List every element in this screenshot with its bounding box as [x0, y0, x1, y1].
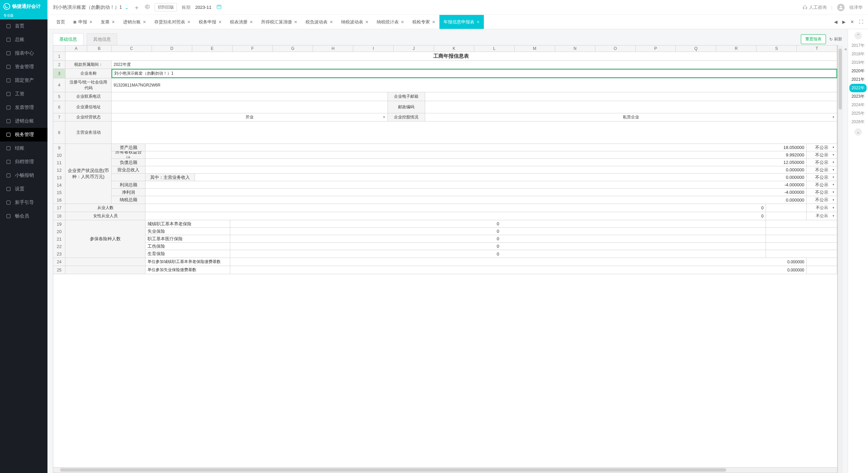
tab-close-all-icon[interactable]: ✕ — [850, 19, 854, 24]
tab-close-icon[interactable]: ✕ — [401, 20, 404, 24]
tab-申报[interactable]: ▦申报✕ — [69, 15, 97, 29]
row-header[interactable]: 11 — [53, 159, 65, 166]
year-2026年[interactable]: 2026年 — [849, 118, 867, 126]
value-cell[interactable]: -4.000000 — [145, 181, 807, 188]
add-icon[interactable]: ＋ — [134, 3, 140, 12]
nav-guide[interactable]: 新手引导 — [0, 196, 47, 209]
publish-select[interactable]: 不公示 — [807, 166, 837, 173]
avatar[interactable] — [837, 4, 845, 11]
row-header[interactable]: 24 — [53, 258, 65, 266]
row-header[interactable]: 8 — [53, 121, 65, 144]
row-header[interactable]: 7 — [53, 113, 65, 121]
tab-纳税统计表[interactable]: 纳税统计表✕ — [373, 15, 408, 29]
tab-close-icon[interactable]: ✕ — [365, 20, 369, 24]
nav-archive[interactable]: 归档管理 — [0, 155, 47, 169]
spreadsheet[interactable]: ABCDEFGHIJKLMNOPQRST 1工商年报信息表2税款所属期间：202… — [53, 45, 837, 473]
tab-close-icon[interactable]: ✕ — [187, 20, 191, 24]
nav-settings[interactable]: 设置 — [0, 182, 47, 196]
tab-税检专家[interactable]: 税检专家✕ — [408, 15, 439, 29]
row-header[interactable]: 13 — [53, 174, 65, 181]
tab-税负波动表[interactable]: 税负波动表✕ — [301, 15, 337, 29]
col-header[interactable]: F — [233, 45, 273, 52]
panel-collapse-icon[interactable]: ◀ — [844, 47, 847, 51]
row-header[interactable]: 18 — [53, 212, 65, 220]
value-cell[interactable]: 12.050000 — [145, 159, 807, 166]
value-cell[interactable]: 0.000000 — [145, 196, 807, 204]
row-header[interactable]: 6 — [53, 101, 65, 113]
gear-icon[interactable] — [144, 4, 150, 11]
col-header[interactable]: R — [716, 45, 756, 52]
tab-年报信息申报表[interactable]: 年报信息申报表✕ — [439, 15, 484, 29]
holding-select[interactable]: 私营企业 — [425, 113, 837, 121]
tab-所得税汇算清缴[interactable]: 所得税汇算清缴✕ — [257, 15, 301, 29]
year-2018年[interactable]: 2018年 — [849, 50, 867, 58]
period-value[interactable]: 2023-11 — [195, 5, 212, 10]
value-cell[interactable] — [112, 101, 388, 113]
nav-chart[interactable]: 报表中心 — [0, 46, 47, 60]
v-scrollbar[interactable] — [837, 45, 843, 473]
tab-close-icon[interactable]: ✕ — [250, 20, 253, 24]
tab-首页[interactable]: 首页 — [52, 15, 69, 29]
value-cell[interactable]: 0.000000 — [145, 166, 807, 173]
tab-存货别名对照表[interactable]: 存货别名对照表✕ — [150, 15, 195, 29]
row-header[interactable]: 16 — [53, 196, 65, 204]
col-header[interactable]: I — [353, 45, 394, 52]
value-cell[interactable]: 0.000000 — [195, 174, 807, 181]
row-header[interactable]: 25 — [53, 266, 65, 274]
row-header[interactable]: 9 — [53, 144, 65, 151]
col-header[interactable]: B — [87, 45, 112, 52]
nav-invoice[interactable]: 发票管理 — [0, 101, 47, 114]
year-2024年[interactable]: 2024年 — [849, 101, 867, 109]
tab-税务申报[interactable]: 税务申报✕ — [195, 15, 226, 29]
year-2021年[interactable]: 2021年 — [849, 75, 867, 84]
calendar-icon[interactable] — [216, 4, 222, 11]
subtab-other[interactable]: 其他信息 — [87, 33, 117, 45]
support-link[interactable]: 人工咨询 — [802, 4, 827, 11]
nav-tax[interactable]: 税务管理 — [0, 128, 47, 141]
tab-prev-icon[interactable]: ◀ — [834, 19, 837, 24]
value-cell[interactable]: 91320811MA7NGR2W6R — [112, 78, 837, 92]
col-header[interactable]: S — [756, 45, 797, 52]
publish-select[interactable]: 不公示 — [807, 204, 837, 212]
tab-close-icon[interactable]: ✕ — [218, 20, 222, 24]
year-up-icon[interactable]: ⌃ — [854, 32, 862, 39]
publish-select[interactable]: 不公示 — [807, 159, 837, 166]
publish-select[interactable]: 不公示 — [807, 181, 837, 188]
tab-纳税波动表[interactable]: 纳税波动表✕ — [337, 15, 373, 29]
publish-select[interactable]: 不公示 — [807, 189, 837, 196]
nav-vip[interactable]: 畅会员 — [0, 209, 47, 223]
col-header[interactable]: P — [636, 45, 676, 52]
tab-next-icon[interactable]: ▶ — [842, 19, 846, 24]
tab-close-icon[interactable]: ✕ — [294, 20, 297, 24]
col-header[interactable]: M — [515, 45, 555, 52]
col-header[interactable]: L — [474, 45, 515, 52]
tab-close-icon[interactable]: ✕ — [143, 20, 146, 24]
col-header[interactable]: J — [394, 45, 434, 52]
col-header[interactable]: D — [152, 45, 192, 52]
reset-report-button[interactable]: 重置报表 — [801, 34, 826, 44]
year-2017年[interactable]: 2017年 — [849, 41, 867, 50]
row-header[interactable]: 4 — [53, 78, 65, 92]
publish-select[interactable]: 不公示 — [807, 174, 837, 181]
account-selector[interactable]: 刘小艳演示账套（勿删勿动！）1 ⌄ — [53, 4, 129, 11]
nav-asset[interactable]: 固定资产 — [0, 74, 47, 87]
row-header[interactable]: 1 — [53, 52, 65, 60]
nav-inout[interactable]: 进销台账 — [0, 114, 47, 128]
col-header[interactable]: G — [273, 45, 313, 52]
username[interactable]: 徐泽华 — [849, 4, 863, 11]
h-scrollbar[interactable] — [53, 467, 837, 473]
tab-close-icon[interactable]: ✕ — [112, 20, 115, 24]
publish-select[interactable]: 不公示 — [807, 212, 837, 220]
publish-select[interactable]: 不公示 — [807, 151, 837, 158]
col-header[interactable]: O — [595, 45, 636, 52]
year-2025年[interactable]: 2025年 — [849, 109, 867, 118]
row-header[interactable]: 5 — [53, 92, 65, 101]
publish-select[interactable]: 不公示 — [807, 144, 837, 151]
row-header[interactable]: 15 — [53, 189, 65, 196]
row-header[interactable]: 14 — [53, 181, 65, 189]
row-header[interactable]: 10 — [53, 151, 65, 159]
nav-salary[interactable]: 工资 — [0, 87, 47, 101]
value-cell[interactable] — [425, 101, 837, 113]
tab-进销台账[interactable]: 进销台账✕ — [119, 15, 150, 29]
tab-close-icon[interactable]: ✕ — [476, 20, 480, 24]
